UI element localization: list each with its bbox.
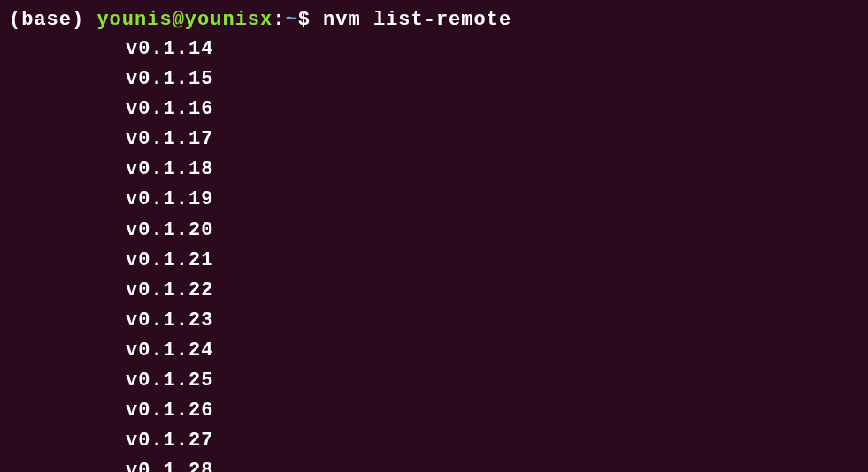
prompt-user-host: younis@younisx (96, 9, 273, 31)
output-version-line: v0.1.28 (9, 456, 859, 472)
output-version-line: v0.1.21 (9, 246, 859, 276)
command-text[interactable]: nvm list-remote (323, 9, 511, 31)
prompt-path: ~ (285, 9, 297, 31)
prompt-separator: : (273, 9, 285, 31)
output-version-line: v0.1.27 (9, 426, 859, 456)
output-version-line: v0.1.19 (9, 185, 859, 215)
output-version-line: v0.1.17 (9, 125, 859, 155)
output-version-line: v0.1.26 (9, 396, 859, 426)
output-version-line: v0.1.20 (9, 216, 859, 246)
output-version-line: v0.1.15 (9, 65, 859, 95)
output-version-line: v0.1.14 (9, 34, 859, 65)
output-version-line: v0.1.24 (9, 336, 859, 366)
output-version-line: v0.1.23 (9, 306, 859, 336)
output-version-line: v0.1.16 (9, 95, 859, 125)
prompt-env-base: (base) (9, 9, 96, 31)
output-version-line: v0.1.18 (9, 155, 859, 185)
prompt-dollar: $ (298, 9, 323, 31)
terminal-prompt-line: (base) younis@younisx:~$ nvm list-remote (9, 5, 859, 34)
output-version-line: v0.1.22 (9, 276, 859, 306)
output-version-line: v0.1.25 (9, 366, 859, 396)
